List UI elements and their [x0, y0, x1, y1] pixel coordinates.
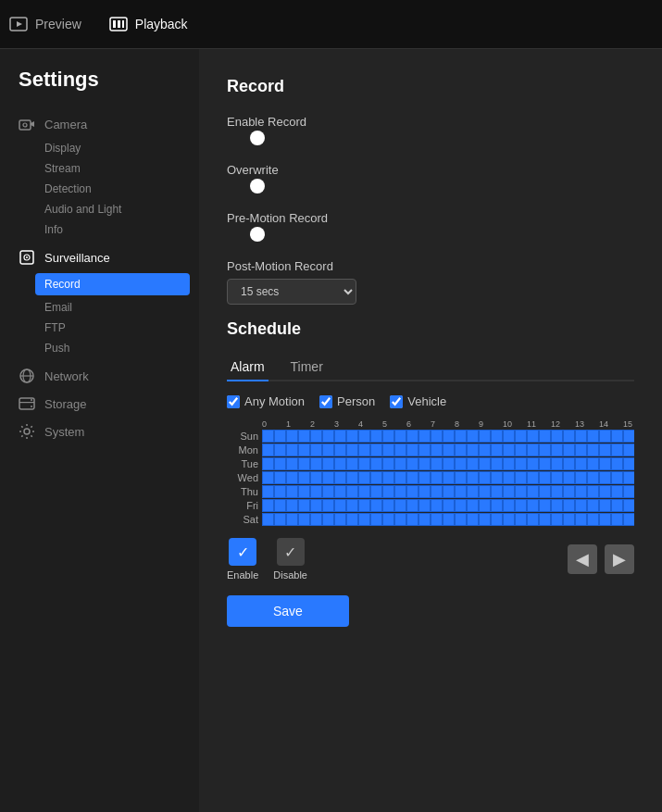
grid-cell[interactable]	[358, 471, 370, 484]
grid-cell[interactable]	[382, 513, 394, 526]
grid-cell[interactable]	[539, 457, 551, 470]
grid-cell[interactable]	[527, 513, 539, 526]
grid-cell[interactable]	[515, 430, 527, 443]
grid-cell[interactable]	[358, 485, 370, 498]
grid-cell[interactable]	[563, 471, 575, 484]
grid-cell[interactable]	[599, 457, 611, 470]
grid-cell[interactable]	[611, 513, 623, 526]
grid-cell[interactable]	[479, 485, 491, 498]
sidebar-section-camera[interactable]: Camera	[0, 110, 199, 138]
grid-cell[interactable]	[370, 457, 382, 470]
grid-cell[interactable]	[443, 430, 455, 443]
grid-cell[interactable]	[587, 499, 599, 512]
grid-cell[interactable]	[575, 471, 587, 484]
grid-cell[interactable]	[310, 457, 322, 470]
grid-cell[interactable]	[563, 443, 575, 456]
grid-cell[interactable]	[394, 513, 406, 526]
grid-cell[interactable]	[382, 471, 394, 484]
grid-cell[interactable]	[611, 457, 623, 470]
grid-cell[interactable]	[310, 430, 322, 443]
grid-cell[interactable]	[539, 430, 551, 443]
grid-cell[interactable]	[551, 430, 563, 443]
grid-cell[interactable]	[467, 430, 479, 443]
playback-nav[interactable]: Playback	[109, 17, 188, 31]
grid-cell[interactable]	[611, 485, 623, 498]
grid-cell[interactable]	[503, 430, 515, 443]
grid-cell[interactable]	[551, 485, 563, 498]
post-motion-select[interactable]: 5 secs 10 secs 15 secs 30 secs 60 secs	[227, 279, 356, 305]
grid-cell[interactable]	[515, 471, 527, 484]
sidebar-sub-detection[interactable]: Detection	[0, 179, 199, 199]
grid-cell[interactable]	[370, 499, 382, 512]
grid-cell[interactable]	[406, 513, 418, 526]
sidebar-section-network[interactable]: Network	[0, 362, 199, 390]
grid-cell[interactable]	[286, 457, 298, 470]
grid-cell[interactable]	[575, 457, 587, 470]
grid-cell[interactable]	[599, 499, 611, 512]
grid-cell[interactable]	[611, 471, 623, 484]
grid-cell[interactable]	[551, 513, 563, 526]
grid-cell[interactable]	[539, 443, 551, 456]
any-motion-checkbox[interactable]	[227, 395, 240, 408]
grid-cell[interactable]	[418, 443, 431, 456]
grid-cell[interactable]	[406, 499, 418, 512]
grid-cell[interactable]	[455, 430, 467, 443]
grid-cell[interactable]	[274, 430, 286, 443]
next-arrow-btn[interactable]: ▶	[605, 544, 634, 574]
grid-cell[interactable]	[551, 499, 563, 512]
sidebar-section-storage[interactable]: Storage	[0, 390, 199, 418]
grid-cell[interactable]	[515, 485, 527, 498]
sidebar-sub-ftp[interactable]: FTP	[0, 318, 199, 338]
grid-cell[interactable]	[503, 457, 515, 470]
grid-cell[interactable]	[274, 471, 286, 484]
grid-cell[interactable]	[262, 513, 274, 526]
person-checkbox-item[interactable]: Person	[319, 394, 375, 408]
grid-cell[interactable]	[322, 485, 334, 498]
grid-cell[interactable]	[467, 471, 479, 484]
grid-cell[interactable]	[623, 443, 634, 456]
grid-cell[interactable]	[382, 457, 394, 470]
sidebar-sub-display[interactable]: Display	[0, 138, 199, 158]
grid-cell[interactable]	[358, 457, 370, 470]
grid-cell[interactable]	[551, 471, 563, 484]
grid-cell[interactable]	[334, 499, 346, 512]
grid-cell[interactable]	[334, 443, 346, 456]
grid-cell[interactable]	[575, 430, 587, 443]
grid-cell[interactable]	[394, 457, 406, 470]
grid-cell[interactable]	[382, 485, 394, 498]
grid-cell[interactable]	[539, 513, 551, 526]
grid-cell[interactable]	[599, 485, 611, 498]
grid-cell[interactable]	[322, 443, 334, 456]
enable-btn[interactable]: ✓ Enable	[227, 538, 258, 581]
grid-cell[interactable]	[310, 485, 322, 498]
grid-cell[interactable]	[623, 485, 634, 498]
grid-cell[interactable]	[587, 513, 599, 526]
grid-cell[interactable]	[358, 513, 370, 526]
grid-cell[interactable]	[394, 485, 406, 498]
grid-cell[interactable]	[599, 443, 611, 456]
grid-cell[interactable]	[274, 513, 286, 526]
grid-cell[interactable]	[262, 499, 274, 512]
grid-cell[interactable]	[575, 443, 587, 456]
grid-cell[interactable]	[527, 457, 539, 470]
grid-cell[interactable]	[358, 499, 370, 512]
grid-cell[interactable]	[443, 471, 455, 484]
grid-cell[interactable]	[262, 457, 274, 470]
grid-cell[interactable]	[262, 485, 274, 498]
grid-cell[interactable]	[491, 430, 503, 443]
grid-cell[interactable]	[551, 443, 563, 456]
schedule-grid[interactable]: 01234567891011121314151617181920212223Su…	[227, 419, 634, 527]
grid-cell[interactable]	[298, 485, 310, 498]
grid-cell[interactable]	[611, 443, 623, 456]
grid-cell[interactable]	[418, 471, 431, 484]
grid-cell[interactable]	[479, 430, 491, 443]
grid-cell[interactable]	[286, 430, 298, 443]
grid-cell[interactable]	[394, 499, 406, 512]
grid-cell[interactable]	[406, 430, 418, 443]
grid-cell[interactable]	[431, 443, 443, 456]
grid-cell[interactable]	[298, 430, 310, 443]
sidebar-sub-audio[interactable]: Audio and Light	[0, 199, 199, 219]
grid-cell[interactable]	[286, 513, 298, 526]
grid-cell[interactable]	[346, 499, 358, 512]
grid-cell[interactable]	[406, 457, 418, 470]
